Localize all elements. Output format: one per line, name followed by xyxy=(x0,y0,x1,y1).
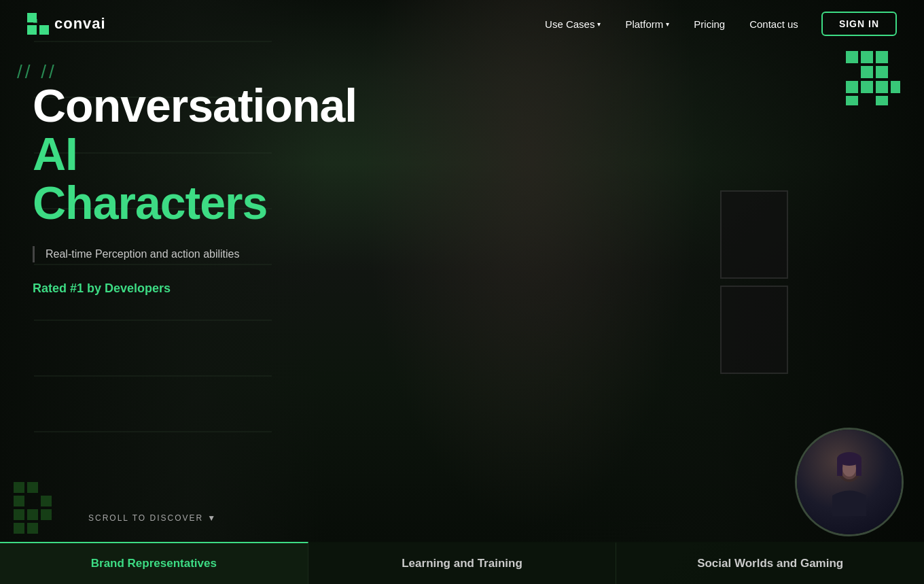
svg-rect-2 xyxy=(876,51,888,63)
svg-rect-1 xyxy=(861,51,873,63)
avatar xyxy=(795,428,904,536)
svg-rect-28 xyxy=(837,459,842,476)
svg-rect-18 xyxy=(14,523,24,534)
nav-pricing[interactable]: Pricing xyxy=(684,13,734,35)
tab-learning-training[interactable]: Learning and Training xyxy=(308,542,617,584)
svg-rect-4 xyxy=(861,66,873,78)
portrait-frame-2 xyxy=(720,286,788,374)
avatar-inner xyxy=(797,430,902,534)
navbar: convai Use Cases ▾ Platform ▾ Pricing Co… xyxy=(0,0,924,48)
sign-in-button[interactable]: SIGN IN xyxy=(821,12,897,36)
hero-title: Conversational AI Characters xyxy=(33,82,386,227)
svg-rect-14 xyxy=(41,496,52,506)
svg-rect-21 xyxy=(27,25,37,35)
svg-rect-6 xyxy=(861,81,873,93)
logo[interactable]: convai xyxy=(27,13,106,35)
svg-rect-9 xyxy=(846,96,858,105)
svg-rect-8 xyxy=(891,81,900,93)
hero-title-chars: Characters xyxy=(33,179,386,227)
scroll-label: SCROLL TO DISCOVER xyxy=(88,513,203,523)
hero-content: Conversational AI Characters Real-time P… xyxy=(33,82,386,296)
svg-rect-23 xyxy=(33,19,37,23)
portrait-frame-1 xyxy=(720,190,788,279)
nav-use-cases[interactable]: Use Cases ▾ xyxy=(535,13,610,35)
svg-rect-13 xyxy=(14,496,24,506)
logo-icon xyxy=(27,13,49,35)
svg-rect-0 xyxy=(846,51,858,63)
nav-links: Use Cases ▾ Platform ▾ Pricing Contact u… xyxy=(535,12,897,36)
hero-rated-badge: Rated #1 by Developers xyxy=(33,281,386,296)
svg-rect-11 xyxy=(14,482,24,493)
hero-tagline: Real-time Perception and action abilitie… xyxy=(33,246,386,262)
avatar-silhouette xyxy=(822,448,876,516)
chevron-down-icon: ▾ xyxy=(666,20,669,28)
nav-platform[interactable]: Platform ▾ xyxy=(616,13,679,35)
svg-rect-3 xyxy=(876,66,888,78)
svg-rect-22 xyxy=(39,25,49,35)
portrait-frames xyxy=(720,190,788,374)
svg-rect-19 xyxy=(27,523,38,534)
svg-rect-5 xyxy=(846,81,858,93)
scroll-arrow-icon: ▼ xyxy=(207,513,217,523)
pixel-grid-icon xyxy=(846,51,900,108)
svg-rect-15 xyxy=(14,509,24,520)
svg-rect-16 xyxy=(27,509,38,520)
tab-bar: Brand Representatives Learning and Train… xyxy=(0,542,924,584)
scroll-discover: SCROLL TO DISCOVER ▼ xyxy=(88,513,217,523)
svg-rect-12 xyxy=(27,482,38,493)
svg-rect-29 xyxy=(856,459,861,476)
svg-rect-7 xyxy=(876,81,888,93)
center-character xyxy=(360,0,700,530)
svg-rect-10 xyxy=(876,96,888,105)
nav-contact[interactable]: Contact us xyxy=(740,13,808,35)
chevron-down-icon: ▾ xyxy=(597,20,601,28)
tab-social-worlds-gaming[interactable]: Social Worlds and Gaming xyxy=(616,542,924,584)
pixel-deco-bottom-left xyxy=(14,482,75,543)
tab-brand-representatives[interactable]: Brand Representatives xyxy=(0,542,308,584)
svg-rect-17 xyxy=(41,509,52,520)
logo-text: convai xyxy=(54,15,106,33)
hero-title-part1: Conversational AI xyxy=(33,80,357,179)
